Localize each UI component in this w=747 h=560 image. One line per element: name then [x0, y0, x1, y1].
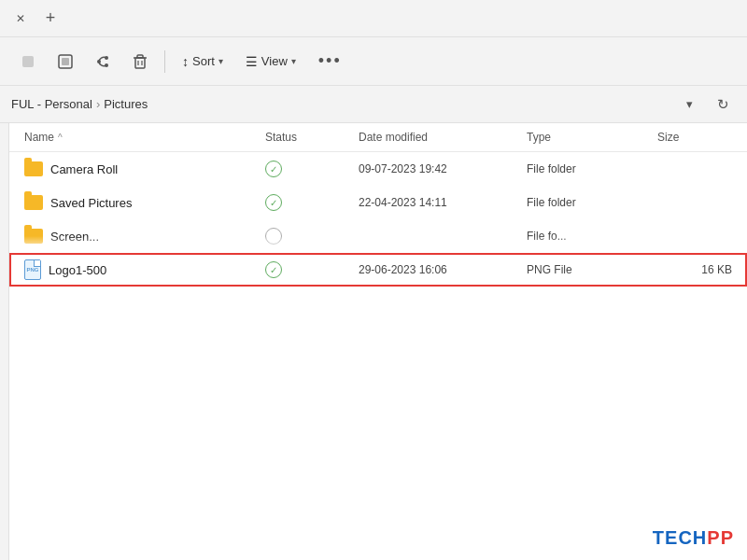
type-cell-logo1-500: PNG File — [527, 263, 657, 276]
file-row-camera-roll[interactable]: Camera Roll✓09-07-2023 19:42File folder — [9, 152, 747, 186]
breadcrumb-part2[interactable]: Pictures — [104, 97, 148, 111]
watermark-part1: TECH — [653, 527, 707, 548]
view-button[interactable]: ☰ View ▾ — [236, 45, 305, 78]
file-list: Name ^ Status Date modified Type Size Ca… — [9, 123, 747, 560]
toolbar: ↕ Sort ▾ ☰ View ▾ ••• — [0, 37, 747, 86]
col-header-date[interactable]: Date modified — [359, 131, 527, 144]
col-type-label: Type — [527, 131, 551, 144]
col-header-name[interactable]: Name ^ — [24, 131, 265, 144]
tab-close-button[interactable]: ✕ — [7, 6, 34, 32]
type-cell-screenshots: File fo... — [527, 230, 657, 243]
file-rows-container: Camera Roll✓09-07-2023 19:42File folderS… — [9, 152, 747, 287]
sort-label: Sort — [192, 54, 215, 68]
main-layout: Name ^ Status Date modified Type Size Ca… — [0, 123, 747, 560]
view-chevron: ▾ — [291, 56, 296, 66]
file-name-text-logo1-500: Logo1-500 — [49, 263, 106, 277]
col-name-label: Name — [24, 131, 54, 144]
size-cell-logo1-500: 16 KB — [657, 263, 732, 276]
file-row-logo1-500[interactable]: PNGLogo1-500✓29-06-2023 16:06PNG File16 … — [9, 253, 747, 287]
address-chevron-button[interactable]: ▾ — [676, 91, 702, 118]
status-check-icon: ✓ — [265, 261, 282, 278]
status-cell-screenshots — [265, 228, 359, 245]
status-check-icon: ✓ — [265, 161, 282, 177]
toolbar-delete[interactable] — [123, 45, 157, 78]
column-headers: Name ^ Status Date modified Type Size — [9, 123, 747, 152]
sort-icon: ↕ — [182, 54, 189, 69]
col-header-type[interactable]: Type — [527, 131, 657, 144]
type-cell-saved-pictures: File folder — [527, 196, 657, 209]
watermark-part2: PP — [707, 527, 734, 548]
col-header-status[interactable]: Status — [265, 131, 359, 144]
address-refresh-button[interactable]: ↻ — [710, 91, 736, 118]
file-row-screenshots[interactable]: Screen...File fo... — [9, 219, 747, 253]
toolbar-share[interactable] — [86, 45, 120, 78]
col-status-label: Status — [265, 131, 297, 144]
status-circle-icon — [265, 228, 282, 245]
more-button[interactable]: ••• — [309, 45, 351, 78]
folder-icon — [24, 161, 43, 176]
png-file-icon: PNG — [24, 259, 41, 280]
col-size-label: Size — [657, 131, 679, 144]
col-date-label: Date modified — [359, 131, 428, 144]
file-name-cell-logo1-500: PNGLogo1-500 — [24, 259, 265, 280]
file-name-text-camera-roll: Camera Roll — [50, 162, 118, 176]
more-icon: ••• — [318, 51, 342, 71]
breadcrumb-separator: › — [96, 97, 100, 111]
status-cell-saved-pictures: ✓ — [265, 194, 359, 211]
new-tab-button[interactable]: + — [37, 6, 63, 32]
address-bar-actions: ▾ ↻ — [676, 91, 736, 118]
view-label: View — [261, 54, 288, 68]
toolbar-separator-1 — [164, 50, 165, 73]
col-header-size[interactable]: Size — [657, 131, 732, 144]
view-icon: ☰ — [246, 54, 258, 69]
svg-rect-8 — [137, 55, 143, 58]
toolbar-nav-back[interactable] — [11, 45, 45, 78]
breadcrumb-part1[interactable]: FUL - Personal — [11, 97, 92, 111]
date-cell-camera-roll: 09-07-2023 19:42 — [359, 162, 527, 175]
address-bar: FUL - Personal › Pictures ▾ ↻ — [0, 86, 747, 123]
file-row-saved-pictures[interactable]: Saved Pictures✓22-04-2023 14:11File fold… — [9, 186, 747, 219]
status-check-icon: ✓ — [265, 194, 282, 211]
svg-rect-2 — [62, 58, 69, 65]
file-name-cell-camera-roll: Camera Roll — [24, 161, 265, 176]
title-bar: ✕ + — [0, 0, 747, 37]
folder-icon — [24, 195, 43, 210]
sidebar — [0, 123, 9, 560]
sort-chevron: ▾ — [218, 56, 223, 66]
date-cell-logo1-500: 29-06-2023 16:06 — [359, 263, 527, 276]
svg-point-5 — [97, 60, 101, 63]
sort-button[interactable]: ↕ Sort ▾ — [173, 45, 233, 78]
file-name-cell-saved-pictures: Saved Pictures — [24, 195, 265, 210]
col-sort-arrow: ^ — [58, 133, 63, 143]
svg-point-4 — [105, 63, 108, 67]
toolbar-nav-pin[interactable] — [49, 45, 82, 78]
file-name-text-saved-pictures: Saved Pictures — [50, 196, 132, 210]
status-cell-camera-roll: ✓ — [265, 161, 359, 177]
folder-icon — [24, 229, 43, 244]
breadcrumb: FUL - Personal › Pictures — [11, 97, 669, 111]
file-name-text-screenshots: Screen... — [50, 230, 99, 244]
type-cell-camera-roll: File folder — [527, 162, 657, 175]
svg-rect-0 — [22, 56, 34, 67]
date-cell-saved-pictures: 22-04-2023 14:11 — [359, 196, 527, 209]
svg-rect-6 — [135, 58, 145, 68]
svg-point-3 — [105, 56, 108, 60]
status-cell-logo1-500: ✓ — [265, 261, 359, 278]
watermark: TECHPP — [653, 527, 734, 549]
file-name-cell-screenshots: Screen... — [24, 229, 265, 244]
